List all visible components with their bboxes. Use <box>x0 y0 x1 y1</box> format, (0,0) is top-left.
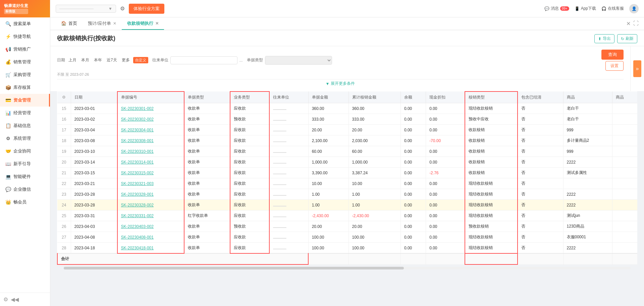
refresh-button[interactable]: ↻ 刷新 <box>617 34 637 43</box>
single-no-link[interactable]: SK-20230310-001 <box>121 149 154 154</box>
cell-amount: 20.00 <box>308 125 348 135</box>
single-no-link[interactable]: SK-20230328-001 <box>121 192 154 197</box>
single-no-link[interactable]: SK-20230314-001 <box>121 160 154 165</box>
single-no-link[interactable]: SK-20230408-001 <box>121 235 154 240</box>
cell-include-settled: 否 <box>518 200 563 210</box>
sidebar-item-3[interactable]: 💰销售管理 <box>0 56 50 68</box>
th-settings[interactable]: ⚙ <box>57 91 71 103</box>
single-no-link[interactable]: SK-20230304-001 <box>121 128 154 132</box>
export-button[interactable]: ⬆ 导出 <box>594 34 614 43</box>
single-no-link[interactable]: SK-20230321-003 <box>121 181 154 186</box>
sidebar-item-7[interactable]: 📊经营管理 <box>0 107 50 119</box>
single-no-link[interactable]: SK-20230418-001 <box>121 246 154 250</box>
query-button[interactable]: 查询 <box>601 50 624 60</box>
counterparty-value <box>273 163 286 164</box>
filter-row-1: 日期 上月 本月 本年 近7天 更多 自定义 往来单位 <box>57 50 624 71</box>
sidebar-item-2[interactable]: 📢营销推广 <box>0 43 50 56</box>
cell-write-off-type: 现结收款核销 <box>465 210 518 221</box>
single-no-link[interactable]: SK-20230403-002 <box>121 224 154 229</box>
home-icon: 🏠 <box>61 21 66 26</box>
cell-cum-amount: 60.00 <box>348 146 400 157</box>
single-no-link[interactable]: SK-20230328-002 <box>121 203 154 207</box>
footer-discount <box>426 253 465 264</box>
export-icon: ⬆ <box>598 37 601 41</box>
cell-product: 2222 <box>563 200 612 210</box>
cell-amount: 100.00 <box>308 243 348 254</box>
sidebar-item-0[interactable]: 🔍搜索菜单 <box>0 17 50 30</box>
table-row: 17 2023-03-04 SK-20230304-001 收款单 应收款 20… <box>57 125 637 135</box>
cell-biz-type: 应收款 <box>230 103 269 114</box>
date-more[interactable]: 更多 <box>120 57 131 64</box>
sidebar-item-9[interactable]: ⚙系统管理 <box>0 132 50 145</box>
cell-cash-discount: 0.00 <box>426 189 465 200</box>
cell-product2 <box>612 135 637 146</box>
sidebar-item-12[interactable]: 💻智能硬件 <box>0 170 50 183</box>
sidebar-item-8[interactable]: 📋基础信息 <box>0 119 50 132</box>
content-area: 收款核销执行(按收款) ⬆ 导出 ↻ 刷新 日期 <box>50 30 644 306</box>
counterparty-value <box>273 249 286 249</box>
sidebar-item-5[interactable]: 📦库存核算 <box>0 81 50 94</box>
cell-index: 24 <box>57 200 71 210</box>
cell-index: 15 <box>57 103 71 114</box>
cell-counterparty <box>269 168 308 178</box>
sidebar-item-4[interactable]: 🛒采购管理 <box>0 68 50 81</box>
cell-biz-type: 应收款 <box>230 168 269 178</box>
tab-home[interactable]: 🏠 首页 <box>56 18 83 30</box>
close-all-icon[interactable]: ✕ <box>626 20 631 27</box>
sidebar-icon-12: 💻 <box>5 174 11 179</box>
collapse-icon[interactable]: ◀◀ <box>11 296 19 303</box>
tab-prepay-close[interactable]: ✕ <box>113 21 116 26</box>
industry-solution-button[interactable]: 体验行业方案 <box>129 4 164 14</box>
cell-product: 老白干 <box>563 103 612 114</box>
date-prev-month[interactable]: 上月 <box>67 57 78 64</box>
app-download-button[interactable]: 📱 App下载 <box>575 6 596 11</box>
cell-biz-type: 预收款 <box>230 114 269 125</box>
maximize-icon[interactable]: ⛶ <box>633 20 639 27</box>
cell-cash-discount: 0.00 <box>426 221 465 232</box>
date-custom-btn[interactable]: 自定义 <box>133 57 148 63</box>
cell-amount: 333.00 <box>308 114 348 125</box>
tab-writeoff[interactable]: 收款核销执行 ✕ <box>122 18 164 30</box>
tab-writeoff-close[interactable]: ✕ <box>155 21 159 26</box>
sidebar-item-11[interactable]: 📖新手引导 <box>0 158 50 170</box>
table-footer-row: 合计 <box>57 253 637 264</box>
expand-more-btn[interactable]: ▼ 展开更多条件 <box>57 79 624 88</box>
cell-product: 999 <box>563 146 612 157</box>
counterparty-more-icon[interactable]: ... <box>239 58 243 63</box>
sidebar-icon-14: 👑 <box>5 199 11 205</box>
company-selector[interactable]: ──────────── ▼ <box>56 5 116 13</box>
online-service-button[interactable]: 🎧 在线客服 <box>601 6 624 11</box>
settings-bottom-icon[interactable]: ⚙ <box>3 296 8 303</box>
sidebar-label-9: 系统管理 <box>13 135 31 141</box>
date-7days[interactable]: 近7天 <box>105 57 118 64</box>
date-cur-year[interactable]: 本年 <box>93 57 103 64</box>
single-no-link[interactable]: SK-20230301-002 <box>121 106 154 111</box>
sidebar-item-13[interactable]: 💬企业微信 <box>0 183 50 196</box>
counterparty-input[interactable] <box>170 56 237 64</box>
single-no-link[interactable]: SK-20230331-002 <box>121 213 154 218</box>
cell-balance: 0.00 <box>400 168 426 178</box>
cell-index: 18 <box>57 135 71 146</box>
messages-button[interactable]: 💬 消息 99+ <box>544 6 569 11</box>
single-no-link[interactable]: SK-20230315-002 <box>121 171 154 175</box>
settings-button[interactable]: 设置 <box>605 61 624 71</box>
sidebar-item-10[interactable]: 🤝企业协同 <box>0 145 50 158</box>
date-cur-month[interactable]: 本月 <box>80 57 91 64</box>
topbar-right: 💬 消息 99+ 📱 App下载 🎧 在线客服 👤 <box>544 4 639 13</box>
sidebar-item-6[interactable]: 💳资金管理 <box>0 94 50 107</box>
single-no-link[interactable]: SK-20230308-001 <box>121 138 154 143</box>
sidebar-item-14[interactable]: 👑畅会员 <box>0 196 50 208</box>
headset-icon: 🎧 <box>601 6 606 11</box>
sidebar-item-1[interactable]: ⚡快捷导航 <box>0 30 50 43</box>
table-row: 28 2023-04-18 SK-20230418-001 收款单 应收款 10… <box>57 243 637 254</box>
gear-button[interactable]: ⚙ <box>120 5 125 12</box>
cell-product: 多计量商品2 <box>563 135 612 146</box>
cell-amount: 60.00 <box>308 146 348 157</box>
horizontal-scrollbar[interactable] <box>57 267 637 269</box>
cell-single-no: SK-20230308-001 <box>117 135 184 146</box>
single-no-link[interactable]: SK-20230302-002 <box>121 117 154 122</box>
tab-prepay[interactable]: 预计/应付单 ✕ <box>83 18 122 30</box>
voucher-type-select[interactable] <box>265 56 332 65</box>
filter-expand-btn[interactable]: » <box>633 60 641 77</box>
date-range-text: 不限 至 2023-07-26 <box>57 72 89 76</box>
